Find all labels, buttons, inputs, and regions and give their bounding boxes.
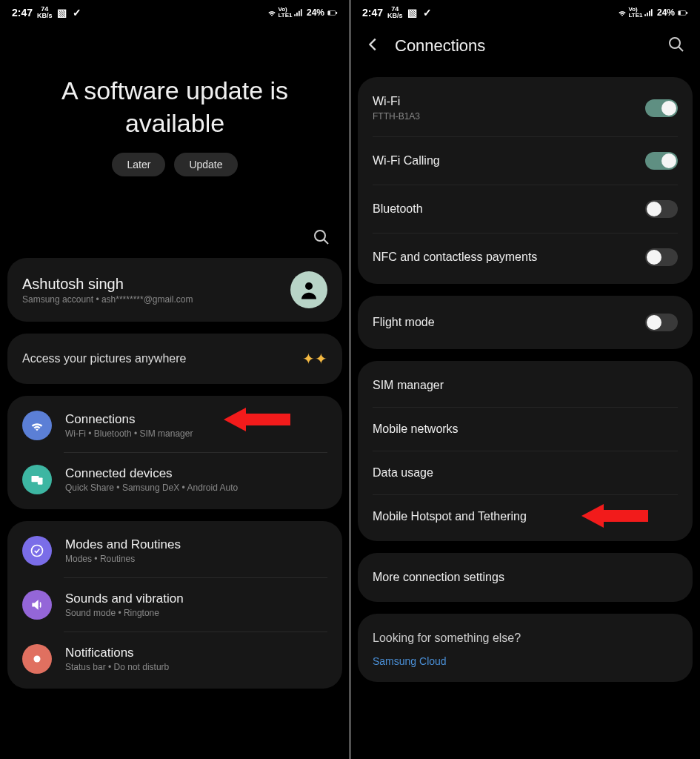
settings-item-modes[interactable]: Modes and Routines Modes • Routines: [7, 524, 342, 577]
conn-title: Data usage: [373, 466, 433, 480]
search-icon[interactable]: [667, 36, 685, 56]
avatar[interactable]: [290, 271, 327, 308]
status-battery-pct: 24%: [657, 7, 675, 18]
update-headline: A software update is available Later Upd…: [0, 22, 350, 191]
conn-title: Mobile networks: [373, 422, 459, 436]
status-speed: 74KB/s: [37, 6, 53, 19]
conn-item-mobile-networks[interactable]: Mobile networks: [358, 408, 693, 451]
conn-item-wifi[interactable]: Wi-Fi FTTH-B1A3: [358, 80, 693, 136]
setting-sub: Status bar • Do not disturb: [65, 662, 327, 672]
check-badge-icon: ✓: [72, 7, 82, 18]
sparkle-icon: ✦✦: [302, 350, 327, 368]
volte-icon: Vo)LTE1: [630, 7, 641, 18]
settings-group-system: Modes and Routines Modes • Routines Soun…: [7, 521, 342, 689]
settings-item-connections[interactable]: Connections Wi-Fi • Bluetooth • SIM mana…: [7, 399, 342, 452]
setting-sub: Sound mode • Ringtone: [65, 608, 327, 618]
svg-point-3: [315, 231, 325, 241]
svg-rect-2: [336, 12, 337, 13]
conn-group-network: SIM manager Mobile networks Data usage M…: [358, 361, 693, 541]
conn-title: Mobile Hotspot and Tethering: [373, 510, 527, 523]
svg-rect-8: [38, 478, 43, 485]
nfc-toggle[interactable]: [645, 248, 678, 266]
settings-item-sounds[interactable]: Sounds and vibration Sound mode • Ringto…: [7, 578, 342, 632]
settings-main-screen: 2:47 74KB/s ▧ ✓ Vo)LTE1 24% A software u…: [0, 0, 350, 759]
update-button[interactable]: Update: [174, 153, 237, 176]
account-name: Ashutosh singh: [22, 276, 193, 293]
svg-point-14: [670, 38, 680, 48]
headline-text: A software update is available: [22, 74, 327, 139]
modes-circle-icon: [22, 536, 52, 566]
conn-title: More connection settings: [373, 571, 504, 584]
setting-sub: Quick Share • Samsung DeX • Android Auto: [65, 483, 327, 493]
nav-header: Connections: [350, 22, 700, 77]
settings-item-notifications[interactable]: Notifications Status bar • Do not distur…: [7, 632, 342, 686]
promo-card[interactable]: Access your pictures anywhere ✦✦: [7, 334, 342, 384]
account-card[interactable]: Ashutosh singh Samsung account • ash****…: [7, 258, 342, 322]
svg-rect-12: [679, 11, 680, 15]
settings-item-connected-devices[interactable]: Connected devices Quick Share • Samsung …: [7, 453, 342, 506]
svg-point-5: [305, 282, 313, 290]
conn-title: NFC and contactless payments: [373, 251, 537, 264]
status-time: 2:47: [12, 7, 33, 19]
later-button[interactable]: Later: [112, 153, 165, 176]
conn-title: Flight mode: [373, 316, 435, 329]
search-icon[interactable]: [313, 228, 330, 249]
bluetooth-toggle[interactable]: [645, 200, 678, 218]
account-sub: Samsung account • ash********@gmail.com: [22, 294, 193, 305]
lookfor-heading: Looking for something else?: [358, 617, 693, 649]
conn-item-more-settings[interactable]: More connection settings: [358, 556, 693, 599]
setting-title: Sounds and vibration: [65, 591, 327, 606]
signal-icon: [644, 7, 654, 18]
devices-circle-icon: [22, 465, 52, 494]
lookfor-card: Looking for something else? Samsung Clou…: [358, 614, 693, 682]
flight-mode-toggle[interactable]: [645, 314, 678, 331]
lookfor-link-samsung-cloud[interactable]: Samsung Cloud: [358, 649, 693, 667]
sound-circle-icon: [22, 590, 52, 620]
image-icon: ▧: [407, 7, 418, 18]
wifi-toggle[interactable]: [645, 99, 678, 117]
conn-group-flight: Flight mode: [358, 296, 693, 349]
conn-item-nfc[interactable]: NFC and contactless payments: [358, 233, 693, 281]
connections-screen: 2:47 74KB/s ▧ ✓ Vo)LTE1 24% Connections …: [350, 0, 700, 759]
svg-point-9: [32, 546, 43, 557]
promo-text: Access your pictures anywhere: [22, 352, 186, 365]
svg-line-15: [679, 47, 683, 51]
check-badge-icon: ✓: [422, 7, 433, 18]
notifications-circle-icon: [22, 644, 52, 674]
svg-line-4: [324, 239, 328, 244]
svg-rect-13: [687, 12, 687, 13]
status-time: 2:47: [362, 7, 383, 19]
conn-title: Wi-Fi: [373, 95, 645, 108]
page-title: Connections: [395, 36, 654, 56]
svg-rect-1: [328, 11, 330, 15]
battery-icon: [327, 7, 338, 18]
back-button[interactable]: [365, 36, 381, 56]
setting-title: Connected devices: [65, 466, 327, 481]
conn-item-flight-mode[interactable]: Flight mode: [358, 299, 693, 346]
setting-sub: Modes • Routines: [65, 554, 327, 564]
conn-sub: FTTH-B1A3: [373, 111, 645, 122]
wifi-icon: [617, 7, 627, 18]
settings-group-connectivity: Connections Wi-Fi • Bluetooth • SIM mana…: [7, 396, 342, 509]
svg-marker-6: [224, 408, 290, 431]
conn-item-hotspot[interactable]: Mobile Hotspot and Tethering: [358, 495, 693, 538]
status-bar: 2:47 74KB/s ▧ ✓ Vo)LTE1 24%: [350, 0, 700, 22]
image-icon: ▧: [57, 7, 67, 18]
status-battery-pct: 24%: [307, 7, 324, 18]
annotation-arrow-icon: [224, 405, 290, 434]
status-bar: 2:47 74KB/s ▧ ✓ Vo)LTE1 24%: [0, 0, 350, 22]
conn-item-bluetooth[interactable]: Bluetooth: [358, 185, 693, 233]
signal-icon: [293, 7, 304, 18]
conn-title: Wi-Fi Calling: [373, 154, 440, 168]
conn-item-wifi-calling[interactable]: Wi-Fi Calling: [358, 137, 693, 185]
wifi-calling-toggle[interactable]: [645, 152, 678, 170]
conn-title: Bluetooth: [373, 202, 423, 216]
conn-item-data-usage[interactable]: Data usage: [358, 451, 693, 494]
status-speed: 74KB/s: [387, 6, 403, 19]
volte-icon: Vo)LTE1: [280, 7, 290, 18]
conn-item-sim-manager[interactable]: SIM manager: [358, 364, 693, 407]
conn-title: SIM manager: [373, 379, 444, 392]
svg-marker-16: [581, 504, 648, 528]
setting-title: Notifications: [65, 646, 327, 660]
annotation-arrow-icon: [581, 501, 648, 531]
